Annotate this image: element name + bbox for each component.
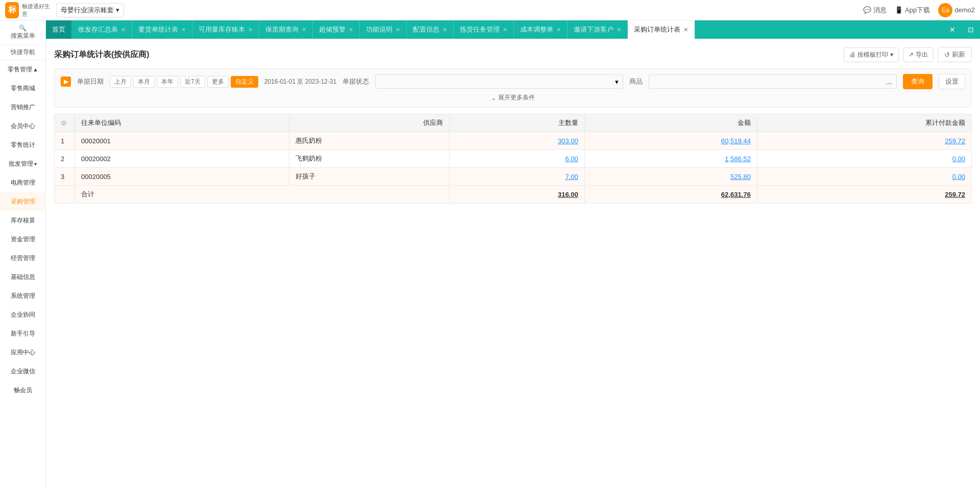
tab-label: 可用量库存账本 [199,25,245,34]
sidebar-item-ecommerce[interactable]: 电商管理 [0,173,45,192]
expand-more-btn[interactable]: ⌄ 展开更多条件 [491,93,535,102]
tab-over-stock[interactable]: 超储预警 ✕ [313,20,360,39]
logo-text: 畅捷通好生意 [22,3,51,17]
sidebar-item-marketing[interactable]: 营销推广 [0,98,45,117]
sidebar-label-enterprise-collab: 企业协同 [11,311,35,319]
row-amount[interactable]: 60,519.44 [584,132,757,150]
tab-close-icon[interactable]: ✕ [617,27,621,33]
query-btn[interactable]: 查询 [903,74,933,89]
tab-label: 保质期查询 [265,25,299,34]
row-paid[interactable]: 259.72 [757,132,971,150]
tab-maximize-btn[interactable]: ⊡ [962,20,980,39]
row-code: 00020005 [75,168,289,186]
tab-close-icon[interactable]: ✕ [181,27,186,33]
tab-close-icon[interactable]: ✕ [121,27,126,33]
sidebar-item-wholesale-manage[interactable]: 批发管理 ▾ [0,155,45,173]
page-content: 采购订单统计表(按供应商) 🖨 按模板打印 ▾ ↗ 导出 ↺ 刷新 [46,39,980,488]
export-icon: ↗ [909,51,914,58]
search-icon: 🔍 [3,24,42,32]
sidebar-item-inventory[interactable]: 库存核算 [0,211,45,230]
tab-receive-summary[interactable]: 收发存汇总表 ✕ [72,20,132,39]
tab-cost-adjust[interactable]: 成本调整单 ✕ [514,20,568,39]
sidebar-quick-nav[interactable]: 快捷导航 [0,45,45,60]
print-btn[interactable]: 🖨 按模板打印 ▾ [844,47,899,62]
sidebar-item-new-guide[interactable]: 新手引导 [0,324,45,343]
sidebar-item-finance[interactable]: 资金管理 [0,230,45,249]
sidebar-item-system-manage[interactable]: 系统管理 [0,287,45,305]
date-btn-custom[interactable]: 自定义 [231,76,258,88]
tab-label: 拣货任务管理 [460,25,500,34]
tab-invite-downstream[interactable]: 邀请下游客户 ✕ [568,20,628,39]
date-btn-7days[interactable]: 近7天 [180,76,205,88]
row-qty[interactable]: 303.00 [450,132,584,150]
sidebar-search[interactable]: 🔍 搜索菜单 [0,20,45,45]
goods-filter-label: 商品 [629,77,643,86]
tab-close-icon[interactable]: ✕ [443,27,447,33]
app-download-btn[interactable]: 📱 App下载 [895,6,930,15]
sidebar-item-member-center[interactable]: 会员中心 [0,117,45,136]
gear-icon[interactable]: ⚙ [61,119,67,127]
row-paid[interactable]: 0.00 [757,168,971,186]
row-amount[interactable]: 1,586.52 [584,150,757,168]
logo-icon: 标 [5,2,19,18]
sidebar-label-member: 畅会员 [14,386,32,395]
date-range-display: 2016-01-01 至 2023-12-31 [264,78,336,86]
tab-home[interactable]: 首页 [46,20,72,39]
date-btn-more[interactable]: 更多 [207,76,229,88]
sidebar-item-enterprise-wechat[interactable]: 企业微信 [0,362,45,381]
chevron-down-icon: ⌄ [491,94,496,101]
row-qty[interactable]: 7.00 [450,168,584,186]
sidebar-item-retail-manage[interactable]: 零售管理 ▲ [0,60,45,79]
tab-close-icon[interactable]: ✕ [302,27,306,33]
sidebar-item-retail-stats[interactable]: 零售统计 [0,136,45,155]
workspace-selector[interactable]: 母婴行业演示账套 ▾ [56,3,124,17]
table-row[interactable]: 1 00020001 惠氏奶粉 303.00 60,519.44 259.72 [55,132,972,150]
col-header-settings[interactable]: ⚙ [55,114,75,132]
tab-close-icon[interactable]: ✕ [556,27,561,33]
sidebar-item-retail-mall[interactable]: 零售商城 [0,79,45,98]
tab-function-desc[interactable]: 功能说明 ✕ [360,20,407,39]
date-btn-this-month[interactable]: 本月 [133,76,155,88]
sidebar-item-ops-manage[interactable]: 经营管理 [0,249,45,268]
goods-input[interactable]: … [649,74,897,89]
row-num: 3 [55,168,75,186]
sidebar-label-inventory: 库存核算 [11,216,35,225]
refresh-btn[interactable]: ↺ 刷新 [938,47,972,62]
tab-label: 收发存汇总表 [78,25,118,34]
sidebar-item-app-center[interactable]: 应用中心 [0,343,45,362]
export-btn[interactable]: ↗ 导出 [903,47,934,62]
status-select[interactable]: ▾ [375,74,623,89]
tab-expiry-query[interactable]: 保质期查询 ✕ [259,20,313,39]
date-btn-this-year[interactable]: 本年 [157,76,178,88]
row-paid[interactable]: 0.00 [757,150,971,168]
message-btn[interactable]: 💬 消息 [863,6,887,15]
sidebar-item-enterprise-collab[interactable]: 企业协同 [0,305,45,324]
tab-demand-stats[interactable]: 要货单统计表 ✕ [132,20,192,39]
data-table: ⚙ 往来单位编码 供应商 主数量 金额 累计付款金额 1 00020001 惠氏… [54,114,972,203]
date-btn-last-month[interactable]: 上月 [110,76,131,88]
row-amount[interactable]: 525.80 [584,168,757,186]
tab-close-icon[interactable]: ✕ [396,27,400,33]
tab-pick-task[interactable]: 拣货任务管理 ✕ [454,20,514,39]
settings-btn[interactable]: 设置 [939,74,965,89]
tab-config-info[interactable]: 配置信息 ✕ [407,20,454,39]
filter-row-1: ▶ 单据日期 上月 本月 本年 近7天 更多 自定义 2016-01-01 至 … [61,74,965,89]
table-row[interactable]: 2 00020002 飞鹤奶粉 6.00 1,586.52 0.00 [55,150,972,168]
tab-close-icon[interactable]: ✕ [683,27,688,33]
tab-purchase-order-stats[interactable]: 采购订单统计表 ✕ [628,20,695,39]
sidebar-label-system-manage: 系统管理 [11,292,35,300]
search-label: 搜索菜单 [3,32,42,40]
sidebar-item-member[interactable]: 畅会员 [0,381,45,400]
tab-available-inventory[interactable]: 可用量库存账本 ✕ [192,20,259,39]
table-row[interactable]: 3 00020005 好孩子 7.00 525.80 0.00 [55,168,972,186]
tab-close-all-btn[interactable]: ✕ [943,20,962,39]
tab-close-icon[interactable]: ✕ [349,27,353,33]
tab-close-icon[interactable]: ✕ [503,27,507,33]
sidebar-item-basic-info[interactable]: 基础信息 [0,268,45,287]
user-profile[interactable]: Ea demo2 [938,3,975,17]
row-qty[interactable]: 6.00 [450,150,584,168]
sidebar-label-wholesale-manage: 批发管理 [9,160,33,168]
tab-close-icon[interactable]: ✕ [248,27,253,33]
filter-toggle-btn[interactable]: ▶ [61,76,71,87]
sidebar-item-purchase-manage[interactable]: 采购管理 [0,192,45,211]
